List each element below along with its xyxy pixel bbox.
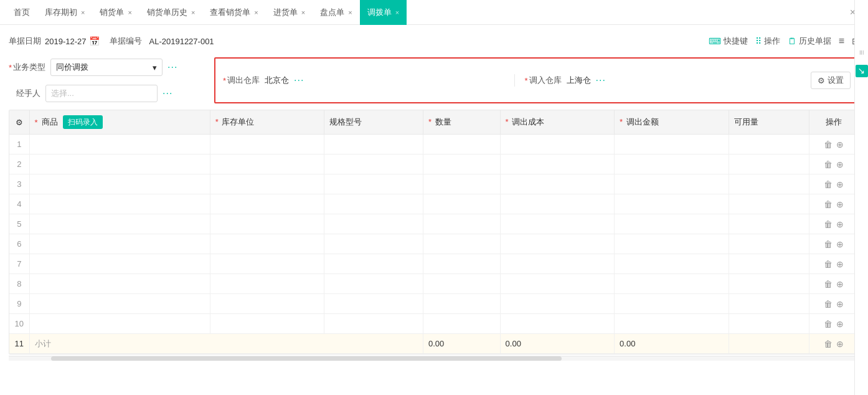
cell-cost[interactable] (500, 314, 614, 334)
cell-cost[interactable] (500, 234, 614, 254)
manager-input[interactable]: 选择... (45, 85, 158, 102)
cell-product[interactable] (29, 214, 210, 234)
copy-icon[interactable]: ⊕ (836, 159, 844, 169)
cell-cost[interactable] (500, 174, 614, 194)
delete-icon[interactable]: 🗑 (824, 239, 833, 249)
cell-product[interactable] (29, 194, 210, 214)
close-tab-sales-history[interactable]: × (191, 9, 195, 16)
shortcuts-action[interactable]: ⌨ 快捷键 (709, 36, 748, 47)
cell-unit[interactable] (210, 214, 324, 234)
cell-cost[interactable] (500, 135, 614, 155)
cell-cost[interactable] (500, 274, 614, 294)
close-tab-stocktake[interactable]: × (348, 9, 352, 16)
close-tab-inventory-init[interactable]: × (81, 9, 85, 16)
manager-more-btn[interactable]: ··· (163, 88, 172, 99)
cell-spec[interactable] (324, 194, 423, 214)
cell-amount[interactable] (615, 155, 729, 174)
copy-icon[interactable]: ⊕ (836, 239, 844, 249)
warehouse-in-more-btn[interactable]: ··· (596, 75, 606, 86)
copy-icon[interactable]: ⊕ (836, 219, 844, 229)
cell-amount[interactable] (615, 174, 729, 194)
tab-stocktake[interactable]: 盘点单 × (313, 0, 359, 25)
operations-action[interactable]: ⠿ 操作 (755, 36, 780, 47)
delete-icon[interactable]: 🗑 (824, 299, 833, 309)
sidebar-list-icon[interactable]: ≡ (857, 50, 867, 55)
calendar-icon[interactable]: 📅 (89, 36, 100, 46)
tab-home[interactable]: 首页 (6, 0, 37, 25)
cell-product[interactable] (29, 135, 210, 155)
layout-list-action[interactable]: ≡ (839, 36, 844, 47)
cell-qty[interactable] (423, 254, 501, 274)
delete-icon[interactable]: 🗑 (824, 199, 833, 209)
delete-icon[interactable]: 🗑 (824, 279, 833, 289)
cell-spec[interactable] (324, 214, 423, 234)
close-tab-purchase-order[interactable]: × (301, 9, 305, 16)
cell-qty[interactable] (423, 194, 501, 214)
cell-amount[interactable] (615, 234, 729, 254)
delete-icon[interactable]: 🗑 (824, 179, 833, 189)
cell-product[interactable] (29, 294, 210, 314)
cell-spec[interactable] (324, 135, 423, 155)
settings-button[interactable]: ⚙ 设置 (811, 72, 851, 89)
business-type-input[interactable]: 同价调拨 ▾ (50, 59, 163, 76)
tab-sales-history[interactable]: 销货单历史 × (139, 0, 202, 25)
cell-spec[interactable] (324, 274, 423, 294)
cell-qty[interactable] (423, 294, 501, 314)
tab-sales-order[interactable]: 销货单 × (92, 0, 139, 25)
cell-unit[interactable] (210, 174, 324, 194)
cell-amount[interactable] (615, 294, 729, 314)
cell-product[interactable] (29, 274, 210, 294)
cell-amount[interactable] (615, 135, 729, 155)
cell-product[interactable] (29, 155, 210, 174)
cell-unit[interactable] (210, 234, 324, 254)
cell-unit[interactable] (210, 135, 324, 155)
copy-icon[interactable]: ⊕ (836, 179, 844, 189)
sidebar-external-icon[interactable]: ↗ (856, 65, 868, 77)
tab-purchase-order[interactable]: 进货单 × (266, 0, 313, 25)
cell-spec[interactable] (324, 314, 423, 334)
cell-unit[interactable] (210, 274, 324, 294)
cell-cost[interactable] (500, 194, 614, 214)
delete-icon[interactable]: 🗑 (824, 219, 833, 229)
cell-spec[interactable] (324, 294, 423, 314)
copy-icon[interactable]: ⊕ (836, 299, 844, 309)
cell-unit[interactable] (210, 294, 324, 314)
business-type-more-btn[interactable]: ··· (167, 62, 177, 73)
cell-product[interactable] (29, 174, 210, 194)
delete-icon[interactable]: 🗑 (824, 319, 833, 329)
delete-icon[interactable]: 🗑 (824, 159, 833, 169)
copy-icon[interactable]: ⊕ (836, 140, 844, 150)
col-settings[interactable]: ⚙ (9, 110, 29, 135)
cell-spec[interactable] (324, 254, 423, 274)
cell-qty[interactable] (423, 274, 501, 294)
tab-inventory-init[interactable]: 库存期初 × (37, 0, 92, 25)
cell-qty[interactable] (423, 234, 501, 254)
cell-cost[interactable] (500, 254, 614, 274)
tab-transfer[interactable]: 调拨单 × (360, 0, 407, 25)
cell-spec[interactable] (324, 174, 423, 194)
cell-amount[interactable] (615, 254, 729, 274)
scan-entry-button[interactable]: 扫码录入 (63, 115, 103, 129)
cell-unit[interactable] (210, 254, 324, 274)
copy-icon[interactable]: ⊕ (836, 319, 844, 329)
cell-qty[interactable] (423, 174, 501, 194)
cell-unit[interactable] (210, 155, 324, 174)
cell-amount[interactable] (615, 314, 729, 334)
cell-qty[interactable] (423, 314, 501, 334)
cell-unit[interactable] (210, 314, 324, 334)
cell-cost[interactable] (500, 294, 614, 314)
close-tab-view-sales[interactable]: × (254, 9, 258, 16)
cell-unit[interactable] (210, 194, 324, 214)
cell-spec[interactable] (324, 155, 423, 174)
copy-icon[interactable]: ⊕ (836, 279, 844, 289)
cell-cost[interactable] (500, 155, 614, 174)
copy-icon[interactable]: ⊕ (836, 339, 844, 349)
cell-qty[interactable] (423, 155, 501, 174)
cell-cost[interactable] (500, 214, 614, 234)
copy-icon[interactable]: ⊕ (836, 259, 844, 269)
delete-icon[interactable]: 🗑 (824, 259, 833, 269)
delete-icon[interactable]: 🗑 (824, 140, 833, 150)
close-tab-sales-order[interactable]: × (128, 9, 131, 16)
cell-amount[interactable] (615, 274, 729, 294)
cell-qty[interactable] (423, 214, 501, 234)
